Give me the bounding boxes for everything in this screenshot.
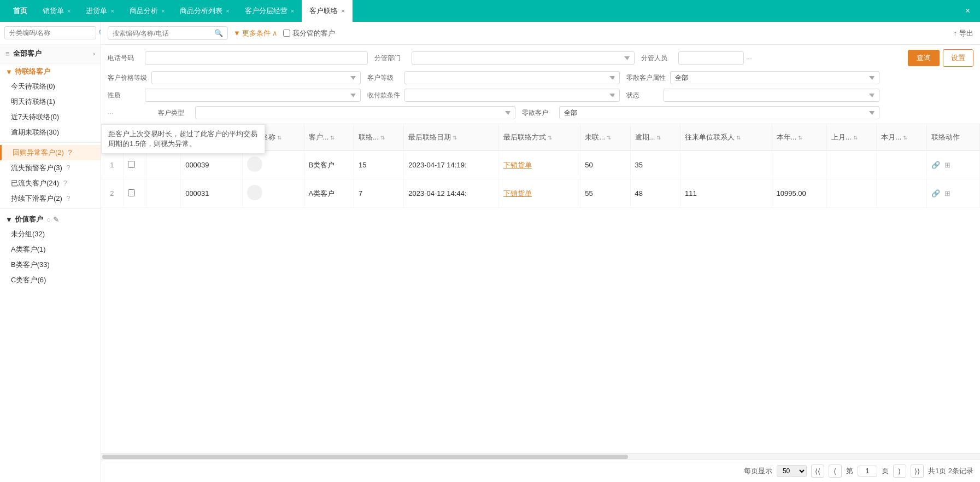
status-select[interactable]: [664, 89, 879, 102]
payment-select[interactable]: [404, 89, 620, 102]
row1-grid-icon[interactable]: ⊞: [944, 161, 950, 169]
sidebar-item-repurchase-abnormal[interactable]: 回购异常客户(2) ?: [0, 145, 101, 160]
sidebar-item-class-b[interactable]: B类客户(33): [0, 257, 101, 272]
th-last-month: 上月... ⇅: [826, 124, 876, 151]
value-customer-edit-icon[interactable]: ✎: [53, 216, 59, 224]
horizontal-scrollbar[interactable]: [101, 453, 980, 460]
customer-tier-select-wrap: ▼: [404, 71, 620, 84]
nav-product-analysis-close[interactable]: ×: [161, 8, 165, 14]
col-type-sort-icon[interactable]: ⇅: [330, 135, 335, 141]
nav-customer-contact[interactable]: 客户联络 ×: [302, 0, 352, 22]
manager-input[interactable]: [678, 51, 744, 65]
filter-actions: 查询 设置: [908, 49, 973, 67]
sidebar-expand-btn[interactable]: ›: [93, 50, 95, 57]
pending-contact-group[interactable]: ▼ 待联络客户: [0, 63, 101, 79]
sidebar-item-week[interactable]: 近7天待联络(0): [0, 109, 101, 125]
declining-help-icon[interactable]: ?: [66, 194, 70, 202]
all-customers-collapse-icon[interactable]: ≡: [5, 50, 10, 58]
main-search-icon[interactable]: 🔍: [214, 29, 223, 37]
per-page-select[interactable]: 50 10 20 100: [777, 465, 807, 477]
row2-link-icon[interactable]: 🔗: [931, 189, 940, 198]
row2-grid-icon[interactable]: ⊞: [944, 189, 950, 198]
main-search-input[interactable]: [113, 30, 212, 37]
scrollbar-thumb[interactable]: [102, 455, 628, 459]
sidebar-item-overdue[interactable]: 逾期未联络(30): [0, 125, 101, 140]
col-year-sort-icon[interactable]: ⇅: [798, 135, 802, 141]
nav-purchase-order[interactable]: 进货单 ×: [78, 0, 121, 22]
col-contacts-sort-icon[interactable]: ⇅: [736, 135, 741, 141]
lost-help-icon[interactable]: ?: [63, 179, 67, 187]
nature-select[interactable]: [145, 89, 361, 102]
first-page-btn[interactable]: ⟨⟨: [811, 464, 824, 478]
nav-customer-contact-close[interactable]: ×: [341, 8, 344, 14]
filter-bar: 🔍 ▼ 更多条件 ∧ 我分管的客户 ↑ 导出: [101, 22, 980, 45]
more-dots-btn[interactable]: ···: [108, 109, 114, 117]
col-method-sort-icon[interactable]: ⇅: [548, 135, 552, 141]
all-customers-header[interactable]: ≡ 全部客户 ›: [0, 44, 101, 63]
nav-product-list-close[interactable]: ×: [226, 8, 229, 14]
repurchase-abnormal-label: 回购异常客户(2): [13, 148, 64, 156]
col-thismonth-sort-icon[interactable]: ⇅: [903, 135, 907, 141]
sidebar-item-class-a[interactable]: A类客户(1): [0, 242, 101, 257]
row1-link-icon[interactable]: 🔗: [931, 161, 940, 169]
retail-attr-select[interactable]: 全部: [670, 71, 879, 84]
sidebar-item-class-c[interactable]: C类客户(6): [0, 272, 101, 288]
nav-sales-order[interactable]: 销货单 ×: [35, 0, 78, 22]
row2-contact: 7: [354, 179, 403, 208]
nav-product-analysis[interactable]: 商品分析 ×: [122, 0, 172, 22]
query-btn[interactable]: 查询: [908, 50, 940, 66]
manager-more-icon[interactable]: ···: [746, 54, 752, 62]
nav-customer-tier-close[interactable]: ×: [291, 8, 294, 14]
repurchase-help-icon[interactable]: ?: [68, 148, 72, 156]
filter-customer-type-field: 客户类型 ▼: [158, 106, 515, 119]
nav-purchase-close[interactable]: ×: [110, 8, 114, 14]
row1-method-link[interactable]: 下销货单: [503, 161, 532, 169]
retail-customer-select[interactable]: 全部: [559, 106, 879, 119]
sidebar-item-unclassified[interactable]: 未分组(32): [0, 227, 101, 242]
sidebar-item-loss-warning[interactable]: 流失预警客户(3) ?: [0, 160, 101, 176]
data-table-container[interactable]: ⚙ 客户编码 ⇅ 客户名称 ⇅: [101, 124, 980, 453]
col-contact-sort-icon[interactable]: ⇅: [380, 135, 385, 141]
col-pending-label: 未联...: [585, 132, 605, 142]
row2-checkbox: [123, 179, 146, 208]
dept-select[interactable]: [412, 51, 635, 65]
sidebar-item-today[interactable]: 今天待联络(0): [0, 79, 101, 94]
sidebar-item-declining[interactable]: 持续下滑客户(2) ?: [0, 191, 101, 206]
customer-tier-select[interactable]: [404, 71, 620, 84]
price-tier-select-wrap: ▼: [151, 71, 361, 84]
nav-home[interactable]: 首页: [5, 0, 35, 22]
col-lastmonth-sort-icon[interactable]: ⇅: [853, 135, 858, 141]
row2-method-link[interactable]: 下销货单: [503, 189, 532, 198]
next-page-btn[interactable]: ⟩: [893, 464, 906, 478]
price-tier-select[interactable]: [151, 71, 361, 84]
sidebar-item-tomorrow[interactable]: 明天待联络(1): [0, 94, 101, 109]
col-pending-sort-icon[interactable]: ⇅: [607, 135, 611, 141]
sidebar-item-lost[interactable]: 已流失客户(24) ?: [0, 176, 101, 191]
value-customer-group[interactable]: ▼ 价值客户 ○ ✎: [0, 211, 101, 227]
prev-page-btn[interactable]: ⟨: [829, 464, 842, 478]
col-overdue-label: 逾期...: [635, 132, 655, 142]
row2-index: 2: [101, 179, 123, 208]
page-input[interactable]: [858, 466, 877, 477]
customer-type-select[interactable]: [195, 106, 515, 119]
window-close-button[interactable]: ×: [961, 6, 975, 16]
nav-product-analysis-list[interactable]: 商品分析列表 ×: [172, 0, 237, 22]
row1-select[interactable]: [128, 161, 135, 168]
value-customer-circle-icon[interactable]: ○: [46, 216, 51, 224]
col-name-sort-icon[interactable]: ⇅: [277, 135, 281, 141]
loss-warning-help-icon[interactable]: ?: [66, 164, 70, 172]
th-action: 联络动作: [926, 124, 979, 151]
sidebar-search-input[interactable]: [4, 26, 96, 39]
nav-sales-label: 销货单: [43, 6, 64, 16]
col-overdue-sort-icon[interactable]: ⇅: [656, 135, 661, 141]
settings-btn[interactable]: 设置: [943, 49, 973, 67]
col-date-sort-icon[interactable]: ⇅: [453, 135, 457, 141]
export-btn[interactable]: ↑ 导出: [954, 28, 974, 38]
phone-input[interactable]: [145, 51, 368, 65]
last-page-btn[interactable]: ⟩⟩: [911, 464, 924, 478]
nav-sales-close[interactable]: ×: [67, 8, 71, 14]
nav-customer-tier[interactable]: 客户分层经营 ×: [237, 0, 302, 22]
my-customer-checkbox[interactable]: [283, 30, 290, 37]
more-conditions-btn[interactable]: ▼ 更多条件 ∧: [233, 28, 278, 38]
row2-select[interactable]: [128, 189, 135, 196]
